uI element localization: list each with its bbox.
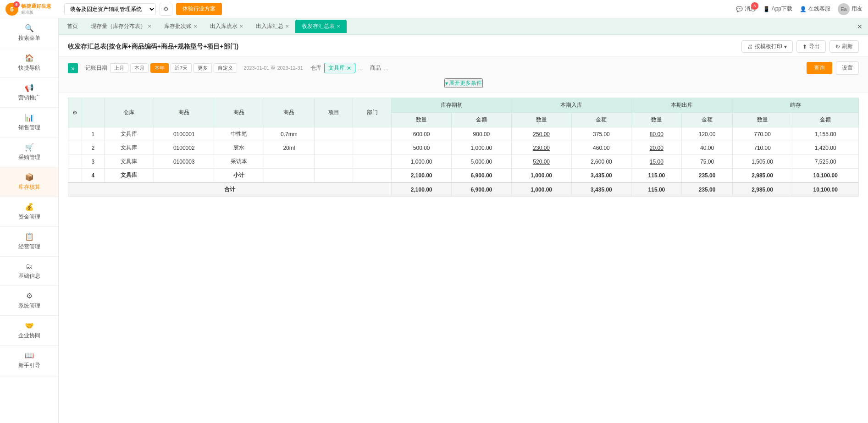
row-warehouse: 文具库 xyxy=(104,169,154,183)
date-btn-this-month[interactable]: 本月 xyxy=(130,63,149,73)
sidebar-item-search[interactable]: 🔍 搜索菜单 xyxy=(0,18,58,48)
top-header: 6 6 畅捷通好生意 标准版 装备及固定资产辅助管理系统 ⚙ 体验行业方案 💬 … xyxy=(0,0,868,18)
date-btn-7days[interactable]: 近7天 xyxy=(171,63,192,73)
row-amt-end: 1,420.00 xyxy=(792,141,859,155)
sidebar-item-system[interactable]: ⚙ 系统管理 xyxy=(0,286,58,316)
phone-icon: 📱 xyxy=(763,6,770,12)
settings-button[interactable]: ⚙ xyxy=(160,3,172,16)
tab-batch-ledger[interactable]: 库存批次账 ✕ xyxy=(158,20,204,33)
date-btn-more[interactable]: 更多 xyxy=(194,63,212,73)
tab-close-batch-ledger[interactable]: ✕ xyxy=(194,24,197,29)
col-no xyxy=(82,98,105,127)
support-icon: 👤 xyxy=(800,6,807,12)
goods-filter: 商品 ... xyxy=(370,64,388,72)
message-button[interactable]: 💬 消息 6 xyxy=(736,5,756,13)
row-check xyxy=(68,141,82,155)
goods-ellipsis[interactable]: ... xyxy=(384,65,388,71)
guide-icon: 📖 xyxy=(25,351,34,360)
online-support-button[interactable]: 👤 在线客服 xyxy=(800,5,830,13)
col-code: 商品 xyxy=(154,98,214,127)
system-title-dropdown[interactable]: 装备及固定资产辅助管理系统 xyxy=(64,3,156,15)
tab-receipt-summary[interactable]: 收发存汇总表 ✕ xyxy=(295,20,347,33)
basic-info-icon: 🗂 xyxy=(26,262,33,270)
row-amt-in: 3,435.00 xyxy=(571,169,631,183)
row-qty-out[interactable]: 80.00 xyxy=(631,127,682,141)
row-warehouse: 文具库 xyxy=(104,155,154,169)
tab-inout-summary[interactable]: 出入库汇总 ✕ xyxy=(249,20,295,33)
system-title-area: 装备及固定资产辅助管理系统 ⚙ 体验行业方案 xyxy=(64,3,736,16)
col-project: 项目 xyxy=(315,98,353,127)
sidebar-item-collab[interactable]: 🤝 企业协同 xyxy=(0,316,58,346)
set-button[interactable]: 设置 xyxy=(836,61,859,75)
date-btn-last-month[interactable]: 上月 xyxy=(110,63,128,73)
experience-button[interactable]: 体验行业方案 xyxy=(176,3,222,15)
col-warehouse: 仓库 xyxy=(104,98,154,127)
export-icon: ⬆ xyxy=(802,44,807,50)
row-qty-out[interactable]: 15.00 xyxy=(631,155,682,169)
row-qty-in[interactable]: 1,000.00 xyxy=(511,169,571,183)
filter-toggle-button[interactable]: » xyxy=(68,63,78,73)
tab-inventory-dist[interactable]: 现存量（库存分布表） ✕ xyxy=(84,20,158,33)
filter-area: » 记账日期 上月 本月 本年 近7天 更多 自定义 2023-01-01 至 xyxy=(59,57,868,93)
col-end-amt: 金额 xyxy=(792,113,859,127)
row-spec xyxy=(264,169,314,183)
sidebar-item-guide[interactable]: 📖 新手引导 xyxy=(0,346,58,375)
tab-close-inventory-dist[interactable]: ✕ xyxy=(148,24,151,29)
row-amt-out: 75.00 xyxy=(682,155,732,169)
sidebar-item-sales[interactable]: 📊 销售管理 xyxy=(0,108,58,137)
sidebar-item-basic-info[interactable]: 🗂 基础信息 xyxy=(0,257,58,286)
total-out-amt: 235.00 xyxy=(682,182,732,197)
date-btn-this-year[interactable]: 本年 xyxy=(150,63,169,73)
sidebar-item-nav[interactable]: 🏠 快捷导航 xyxy=(0,48,58,78)
row-dept xyxy=(353,169,392,183)
tab-close-inout-summary[interactable]: ✕ xyxy=(285,24,289,29)
row-qty-in[interactable]: 230.00 xyxy=(511,141,571,155)
row-amt-in: 460.00 xyxy=(571,141,631,155)
sidebar-item-marketing[interactable]: 📢 营销推广 xyxy=(0,78,58,108)
app-download-button[interactable]: 📱 App下载 xyxy=(763,5,792,13)
row-amt-out: 40.00 xyxy=(682,141,732,155)
date-filter: 记账日期 上月 本月 本年 近7天 更多 自定义 2023-01-01 至 20… xyxy=(85,63,303,73)
col-group-in: 本期入库 xyxy=(511,98,631,113)
row-qty-end: 1,505.00 xyxy=(732,155,792,169)
expand-conditions-button[interactable]: ▾ 展开更多条件 xyxy=(444,78,483,88)
date-btn-custom[interactable]: 自定义 xyxy=(214,63,237,73)
col-spec: 商品 xyxy=(264,98,314,127)
tab-home[interactable]: 首页 xyxy=(61,20,84,33)
row-qty-out[interactable]: 20.00 xyxy=(631,141,682,155)
page-header: 收发存汇总表(按仓库+商品编码+商品+规格型号+项目+部门) 🖨 按模板打印 ▾… xyxy=(59,35,868,57)
row-qty-in[interactable]: 520.00 xyxy=(511,155,571,169)
collab-icon: 🤝 xyxy=(25,321,34,330)
warehouse-remove[interactable]: ✕ xyxy=(347,65,351,71)
row-qty-out[interactable]: 115.00 xyxy=(631,169,682,183)
row-amt-out: 235.00 xyxy=(682,169,732,183)
row-warehouse: 文具库 xyxy=(104,141,154,155)
sidebar-item-finance[interactable]: 💰 资金管理 xyxy=(0,197,58,227)
row-code: 0100003 xyxy=(154,155,214,169)
warehouse-ellipsis[interactable]: ... xyxy=(358,65,363,71)
user-menu[interactable]: Ea 用友 xyxy=(838,3,862,15)
row-amt-in: 2,600.00 xyxy=(571,155,631,169)
message-badge: 6 xyxy=(751,2,758,10)
finance-icon: 💰 xyxy=(25,203,34,211)
total-init-amt: 6,900.00 xyxy=(452,182,512,197)
refresh-button[interactable]: ↻ 刷新 xyxy=(829,40,859,53)
tab-close-receipt-summary[interactable]: ✕ xyxy=(337,24,340,29)
sidebar-item-purchase[interactable]: 🛒 采购管理 xyxy=(0,137,58,167)
print-button[interactable]: 🖨 按模板打印 ▾ xyxy=(741,40,793,53)
total-init-qty: 2,100.00 xyxy=(392,182,452,197)
table-settings-col[interactable]: ⚙ xyxy=(68,98,82,127)
sidebar-item-management[interactable]: 📋 经营管理 xyxy=(0,227,58,257)
row-check xyxy=(68,155,82,169)
sidebar-item-inventory[interactable]: 📦 库存核算 xyxy=(0,167,58,197)
tab-inout-flow[interactable]: 出入库流水 ✕ xyxy=(204,20,249,33)
print-icon: 🖨 xyxy=(747,44,753,50)
tab-close-inout-flow[interactable]: ✕ xyxy=(239,24,243,29)
col-out-amt: 金额 xyxy=(682,113,732,127)
tab-close-all[interactable]: ✕ xyxy=(853,23,866,30)
row-qty-in[interactable]: 250.00 xyxy=(511,127,571,141)
query-button[interactable]: 查询 xyxy=(807,62,832,74)
search-icon: 🔍 xyxy=(25,24,34,33)
filter-row: » 记账日期 上月 本月 本年 近7天 更多 自定义 2023-01-01 至 xyxy=(68,61,859,75)
export-button[interactable]: ⬆ 导出 xyxy=(796,40,826,53)
